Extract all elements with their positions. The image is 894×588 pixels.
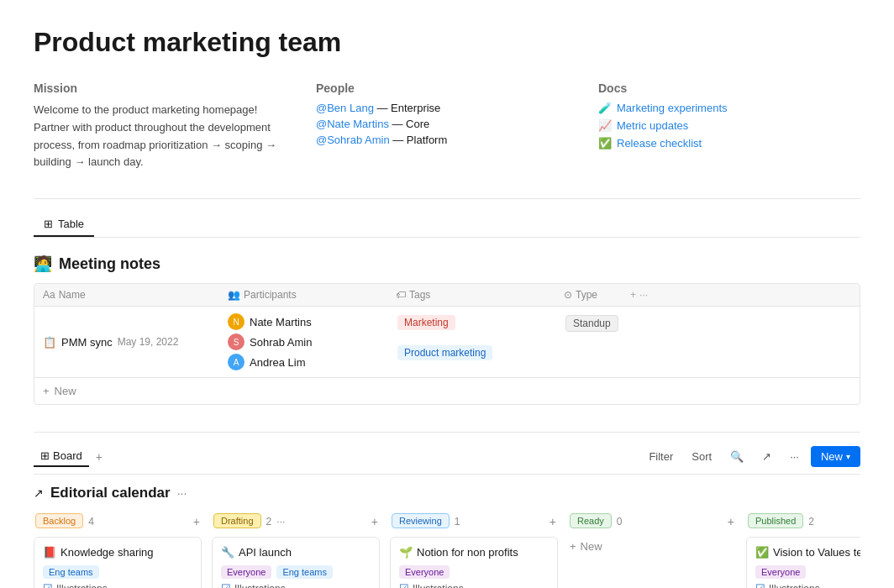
published-status-badge: Published: [748, 513, 803, 528]
card-illustrations: ☑ Illustrations: [399, 582, 549, 588]
api-launch-icon: 🔧: [221, 546, 234, 559]
people-heading: People: [316, 81, 578, 95]
cell-participants: N Nate Martins S Sohrab Amin A Andrea Li…: [219, 307, 387, 377]
col-reviewing-header: Reviewing 1 +: [390, 513, 558, 530]
participant-sohrab: S Sohrab Amin: [228, 333, 312, 350]
published-count: 2: [808, 516, 814, 528]
reviewing-count: 1: [455, 516, 460, 528]
col-drafting-header: Drafting 2 ··· +: [212, 513, 380, 530]
table-row: 📋 PMM sync May 19, 2022 N Nate Martins S…: [34, 307, 860, 378]
column-options-btn[interactable]: ···: [639, 289, 648, 301]
card-illustrations: ☑ Illustrations: [221, 582, 371, 588]
board-section: ⊞ Board + Filter Sort 🔍 ↗ ···: [34, 446, 860, 588]
card-tags: Eng teams: [43, 564, 192, 582]
doc-release-checklist[interactable]: ✅ Release checklist: [598, 137, 860, 150]
person-item: @Nate Martins — Core: [316, 118, 578, 130]
kanban-board: Backlog 4 + 📕 Knowledge sharing Eng team…: [34, 513, 860, 588]
calendar-title: Editorial calendar: [50, 485, 171, 501]
card-title: 🌱 Notion for non profits: [399, 546, 549, 559]
doc-marketing-experiments[interactable]: 🧪 Marketing experiments: [598, 102, 860, 114]
add-column-btn[interactable]: +: [630, 289, 636, 301]
release-checklist-icon: ✅: [598, 137, 612, 150]
mission-text: Welcome to the product marketing homepag…: [34, 102, 296, 171]
search-btn[interactable]: 🔍: [723, 447, 750, 466]
col-name: Aa Name: [34, 284, 219, 306]
person-item: @Ben Lang — Enterprise: [316, 102, 578, 114]
drafting-add-btn[interactable]: +: [371, 515, 378, 528]
col-backlog-header: Backlog 4 +: [34, 513, 202, 530]
mission-section: Mission Welcome to the product marketing…: [34, 81, 296, 171]
add-view-btn[interactable]: +: [92, 447, 106, 467]
tag-standup: Standup: [565, 315, 618, 332]
cell-name[interactable]: 📋 PMM sync May 19, 2022: [34, 307, 219, 377]
meeting-notes-header: 🧑‍💻 Meeting notes: [34, 255, 860, 273]
col-backlog: Backlog 4 + 📕 Knowledge sharing Eng team…: [34, 513, 202, 588]
calendar-link-icon: ↗: [34, 486, 44, 500]
tag-marketing: Marketing: [397, 315, 455, 330]
card-api-launch[interactable]: 🔧 API launch Everyone Eng teams ☑ Illust…: [212, 537, 380, 588]
col-type: ⊙ Type + ···: [555, 284, 656, 306]
tab-table[interactable]: ⊞ Table: [34, 213, 94, 237]
col-published-header: Published 2 +: [746, 513, 860, 530]
divider: [34, 198, 860, 199]
mission-heading: Mission: [34, 81, 296, 95]
meeting-notes-table: Aa Name 👥 Participants 🏷 Tags ⊙ Type + ·…: [34, 283, 860, 405]
avatar-nate: N: [228, 313, 245, 330]
backlog-add-btn[interactable]: +: [193, 515, 200, 528]
notion-nonprofits-icon: 🌱: [399, 546, 413, 559]
divider-2: [34, 432, 860, 433]
people-section: People @Ben Lang — Enterprise @Nate Mart…: [316, 81, 578, 171]
card-vision-values[interactable]: ✅ Vision to Values template Everyone ☑ I…: [746, 537, 860, 588]
ready-status-badge: Ready: [570, 513, 612, 528]
doc-metric-updates[interactable]: 📈 Metric updates: [598, 119, 860, 132]
plus-icon: +: [43, 385, 50, 397]
tag-product-marketing: Product marketing: [397, 345, 492, 360]
add-row-btn[interactable]: + New: [34, 378, 860, 404]
col-reviewing: Reviewing 1 + 🌱 Notion for non profits E…: [390, 513, 558, 588]
cell-tags: Marketing Product marketing: [387, 307, 555, 377]
tag-eng-teams: Eng teams: [43, 565, 99, 579]
ready-add-btn[interactable]: +: [728, 515, 734, 528]
tag-everyone: Everyone: [221, 565, 271, 579]
share-btn[interactable]: ↗: [755, 447, 778, 466]
board-tabs: ⊞ Board + Filter Sort 🔍 ↗ ···: [34, 446, 860, 475]
ready-count: 0: [617, 516, 623, 528]
participant-andrea: A Andrea Lim: [228, 354, 305, 370]
card-notion-nonprofits[interactable]: 🌱 Notion for non profits Everyone ☑ Illu…: [390, 537, 558, 588]
calendar-menu-btn[interactable]: ···: [177, 486, 187, 500]
reviewing-add-btn[interactable]: +: [550, 515, 556, 528]
cell-type: Standup: [555, 307, 656, 377]
table-icon: ⊞: [44, 218, 53, 230]
metric-updates-icon: 📈: [598, 119, 612, 132]
card-knowledge-sharing[interactable]: 📕 Knowledge sharing Eng teams ☑ Illustra…: [34, 537, 202, 588]
search-icon: 🔍: [730, 450, 744, 463]
chevron-down-icon: ▾: [846, 452, 850, 461]
board-icon: ⊞: [40, 449, 50, 462]
filter-btn[interactable]: Filter: [642, 447, 680, 466]
pmm-sync-date: May 19, 2022: [118, 336, 179, 348]
col-tags: 🏷 Tags: [387, 284, 555, 306]
tab-board[interactable]: ⊞ Board: [34, 446, 89, 467]
calendar-header: ↗ Editorial calendar ···: [34, 485, 860, 501]
new-entry-btn[interactable]: New ▾: [811, 446, 860, 467]
more-options-btn[interactable]: ···: [783, 447, 806, 466]
drafting-status-badge: Drafting: [213, 513, 261, 528]
card-tags: Everyone Eng teams: [221, 564, 371, 582]
col-drafting: Drafting 2 ··· + 🔧 API launch Everyone E…: [212, 513, 380, 588]
avatar-andrea: A: [228, 354, 245, 370]
tag-everyone: Everyone: [399, 565, 450, 579]
info-grid: Mission Welcome to the product marketing…: [34, 81, 860, 171]
people-list: @Ben Lang — Enterprise @Nate Martins — C…: [316, 102, 578, 146]
card-title: 🔧 API launch: [221, 546, 371, 559]
knowledge-sharing-icon: 📕: [43, 546, 56, 559]
drafting-menu-btn[interactable]: ···: [276, 516, 285, 528]
col-ready: Ready 0 + + New: [568, 513, 736, 588]
sort-btn[interactable]: Sort: [685, 447, 718, 466]
backlog-status-badge: Backlog: [35, 513, 83, 528]
add-new-ready-btn[interactable]: + New: [568, 537, 736, 556]
plus-icon: +: [570, 540, 576, 553]
card-title: ✅ Vision to Values template: [755, 546, 860, 559]
person-item: @Sohrab Amin — Platform: [316, 134, 578, 146]
meeting-notes-section: 🧑‍💻 Meeting notes Aa Name 👥 Participants…: [34, 255, 860, 405]
tag-everyone: Everyone: [755, 565, 806, 579]
